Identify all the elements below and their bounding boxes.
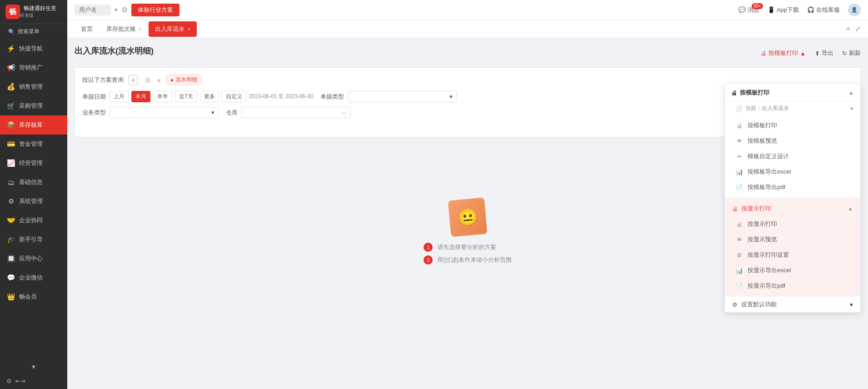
collapse-sidebar-icon[interactable]: ⇤⇥ <box>15 378 25 384</box>
warehouse-select[interactable]: ··· <box>241 107 350 118</box>
dropdown-item-tmpl-pdf[interactable]: 📄 按模板导出pdf <box>725 180 860 195</box>
filter-label: 按以下方案查询 <box>82 76 124 84</box>
print-dropdown-panel: 🖨 按模板打印 ▲ 📄 当前：出入库流水 ▾ 🖨 <box>724 84 861 313</box>
date-btn-last-month[interactable]: 上月 <box>110 91 129 102</box>
sidebar-item-wechat[interactable]: 💬 企业微信 <box>0 268 67 287</box>
app-download-label: App下载 <box>777 6 799 14</box>
dropdown-item-tmpl-custom[interactable]: ✏ 模板自定义设计 <box>725 149 860 164</box>
sidebar-item-guide[interactable]: 🎓 新手引导 <box>0 230 67 249</box>
tab-flow-close[interactable]: × <box>187 26 190 32</box>
disp-preview-icon: 👁 <box>736 236 743 243</box>
tab-close-all-icon[interactable]: × <box>846 25 850 33</box>
warehouse-more-icon: ··· <box>341 109 346 116</box>
topbar-messages[interactable]: 💬 消息 99+ <box>738 6 759 14</box>
filter-settings-button[interactable]: ⊙ <box>143 75 153 85</box>
dropdown-item-disp-preview[interactable]: 👁 按显示预览 <box>725 232 860 247</box>
tmpl-print-icon: 🖨 <box>736 122 743 129</box>
sidebar-item-inventory[interactable]: 📦 库存核算 <box>0 115 67 135</box>
vip-icon: 👑 <box>6 292 15 301</box>
sidebar-item-label: 快捷导航 <box>19 45 43 53</box>
dropdown-item-tmpl-excel[interactable]: 📊 按模板导出excel <box>725 164 860 180</box>
dropdown-item-tmpl-preview[interactable]: 👁 按模板预览 <box>725 133 860 149</box>
print-template-button[interactable]: 🖨 按模板打印 ▲ <box>761 49 806 57</box>
filter-collapse-button[interactable]: « <box>157 76 161 84</box>
sidebar-scroll-down[interactable]: ▼ <box>0 361 67 373</box>
sidebar-item-label: 应用中心 <box>19 254 43 263</box>
tab-batch[interactable]: 库存批次账 × <box>100 21 148 37</box>
sidebar-item-marketing[interactable]: 📢 营销推广 <box>0 58 67 77</box>
dropdown-title: 🖨 按模板打印 <box>731 89 769 97</box>
topbar-app-download[interactable]: 📱 App下载 <box>768 6 799 14</box>
date-btn-this-month[interactable]: 本月 <box>131 91 150 102</box>
biz-type-select[interactable]: ▾ <box>110 107 219 118</box>
empty-step-1-label: 请先选择要分析的方案 <box>437 243 496 251</box>
dropdown-footer[interactable]: ⚙ 设置默认功能 ▾ <box>725 297 860 312</box>
topbar-dropdown-icon[interactable]: ▾ <box>115 6 118 13</box>
biz-type-dropdown-icon: ▾ <box>211 109 215 116</box>
doc-type-select[interactable]: ▾ <box>348 91 457 102</box>
date-btn-7days[interactable]: 近7天 <box>175 91 197 102</box>
warehouse-filter-group: 仓库 ··· <box>226 107 350 118</box>
date-btn-this-year[interactable]: 本年 <box>153 91 172 102</box>
tab-home-label: 首页 <box>81 25 93 33</box>
tab-home[interactable]: 首页 <box>75 21 99 37</box>
dropdown-collapse-icon[interactable]: ▲ <box>848 90 854 96</box>
sidebar-item-basic[interactable]: 🗂 基础信息 <box>0 173 67 192</box>
filter-add-button[interactable]: + <box>128 75 138 85</box>
sidebar-item-collab[interactable]: 🤝 企业协同 <box>0 211 67 230</box>
date-btn-more[interactable]: 更多 <box>200 91 219 102</box>
footer-settings-icon: ⚙ <box>732 301 738 308</box>
basic-icon: 🗂 <box>6 178 15 187</box>
sidebar-item-sales[interactable]: 💰 销售管理 <box>0 77 67 96</box>
export-label: 导出 <box>822 49 833 57</box>
operations-icon: 📈 <box>6 159 15 168</box>
dropdown-item-disp-pdf[interactable]: 📄 按显示导出pdf <box>725 278 860 294</box>
search-icon: 🔍 <box>8 29 15 35</box>
tab-flow[interactable]: 出入库流水 × <box>149 21 196 37</box>
date-filter-label: 单据日期 <box>82 93 106 101</box>
dropdown-item-disp-settings[interactable]: ⚙ 按显示打印设置 <box>725 247 860 263</box>
sidebar-item-finance[interactable]: 💳 资金管理 <box>0 135 67 154</box>
sidebar: 畅 畅捷通好生意 标准版 🔍 搜索菜单 ⚡ 快捷导航 📢 营销推广 💰 销售 <box>0 0 67 389</box>
industry-solution-button[interactable]: 体验行业方案 <box>131 4 180 16</box>
sidebar-search-label: 搜索菜单 <box>18 28 40 35</box>
topbar-online-service[interactable]: 🎧 在线客服 <box>807 6 840 14</box>
refresh-button[interactable]: ↻ 刷新 <box>842 49 861 57</box>
sales-icon: 💰 <box>6 82 15 91</box>
sidebar-item-vip[interactable]: 👑 畅会员 <box>0 287 67 306</box>
quick-nav-icon: ⚡ <box>6 44 15 53</box>
dropdown-item-disp-print[interactable]: 🖨 按显示打印 <box>725 216 860 232</box>
message-icon: 💬 <box>738 6 746 13</box>
topbar-gear-icon[interactable]: ⚙ <box>121 5 128 14</box>
service-label: 在线客服 <box>816 6 840 14</box>
page-title: 出入库流水(流水明细) <box>75 45 154 56</box>
user-avatar[interactable]: 👤 <box>848 4 861 16</box>
dropdown-item-disp-excel[interactable]: 📊 按显示导出excel <box>725 263 860 278</box>
current-dropdown-arrow[interactable]: ▾ <box>850 105 853 112</box>
tab-expand-icon[interactable]: ⤢ <box>855 25 861 33</box>
app-logo: 畅 畅捷通好生意 标准版 <box>0 0 67 24</box>
date-filter-group: 单据日期 上月 本月 本年 近7天 更多 自定义 2023-06-01 至 20… <box>82 91 313 102</box>
export-icon: ⬆ <box>815 50 820 57</box>
sidebar-search[interactable]: 🔍 搜索菜单 <box>0 24 67 39</box>
tab-batch-close[interactable]: × <box>139 26 141 32</box>
inventory-icon: 📦 <box>6 120 15 130</box>
sidebar-item-quick-nav[interactable]: ⚡ 快捷导航 <box>0 39 67 58</box>
sidebar-item-purchase[interactable]: 🛒 采购管理 <box>0 96 67 115</box>
main-area: 用户名 ▾ ⚙ 体验行业方案 💬 消息 99+ 📱 App下载 🎧 在线客服 <box>67 0 868 389</box>
sidebar-item-label: 资金管理 <box>19 140 43 148</box>
sidebar-item-label: 新手引导 <box>19 235 43 244</box>
sidebar-item-appstore[interactable]: 🔲 应用中心 <box>0 249 67 268</box>
sidebar-item-label: 营销推广 <box>19 64 43 72</box>
finance-icon: 💳 <box>6 140 15 149</box>
dropdown-panel-header: 🖨 按模板打印 ▲ <box>725 84 860 102</box>
doc-type-filter-group: 单据类型 ▾ <box>320 91 457 102</box>
dropdown-item-tmpl-print[interactable]: 🖨 按模板打印 <box>725 118 860 133</box>
dropdown-display-header[interactable]: 🖨 按显示打印 ▲ <box>725 201 860 216</box>
settings-icon[interactable]: ⚙ <box>6 378 12 384</box>
export-button[interactable]: ⬆ 导出 <box>815 49 833 57</box>
sidebar-item-operations[interactable]: 📈 经营管理 <box>0 154 67 173</box>
sidebar-item-system[interactable]: ⚙ 系统管理 <box>0 192 67 211</box>
filter-chip-active[interactable]: ● 流水明细 <box>165 74 202 85</box>
date-btn-custom[interactable]: 自定义 <box>222 91 246 102</box>
